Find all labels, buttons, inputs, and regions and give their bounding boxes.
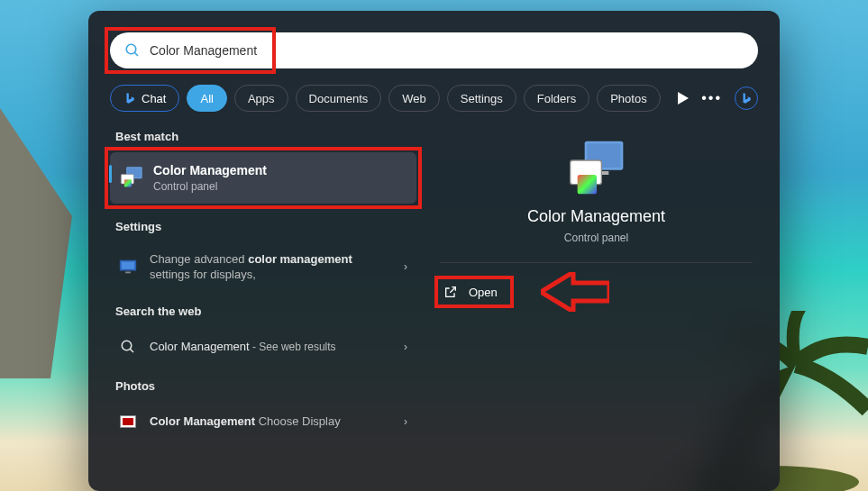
- search-icon: [124, 42, 141, 59]
- chevron-right-icon: ›: [404, 260, 407, 273]
- all-tab[interactable]: All: [187, 85, 226, 112]
- preview-pane: Color Management Control panel Open: [434, 130, 758, 491]
- bing-icon: [123, 92, 136, 105]
- photo-thumbnail-icon: [117, 411, 139, 432]
- web-result-item[interactable]: Color Management - See web results ›: [110, 327, 416, 367]
- web-label: Web: [402, 92, 426, 105]
- results-column: Best match Color Management Control pane…: [110, 130, 416, 491]
- chat-label: Chat: [142, 92, 166, 105]
- section-settings: Settings: [115, 220, 416, 233]
- photos-result-text: Color Management Choose Display: [150, 414, 409, 430]
- play-icon[interactable]: [678, 92, 689, 105]
- svg-line-2: [134, 52, 138, 56]
- web-tab[interactable]: Web: [388, 85, 440, 112]
- divider: [440, 262, 753, 263]
- more-icon[interactable]: •••: [701, 90, 722, 106]
- color-management-icon: [568, 139, 626, 196]
- bing-logo-icon: [740, 92, 753, 105]
- svg-rect-10: [125, 272, 131, 274]
- all-label: All: [200, 92, 213, 105]
- svg-rect-7: [124, 180, 132, 187]
- svg-rect-19: [577, 175, 596, 194]
- search-icon: [117, 336, 139, 358]
- settings-label: Settings: [461, 92, 503, 105]
- filter-tabs: Chat All Apps Documents Web Settings Fol…: [110, 85, 758, 112]
- settings-result-text: Change advanced color management setting…: [150, 251, 409, 283]
- best-match-subtitle: Control panel: [153, 180, 267, 193]
- folders-tab[interactable]: Folders: [524, 85, 589, 112]
- best-match-item[interactable]: Color Management Control panel: [110, 152, 416, 204]
- chevron-right-icon: ›: [404, 415, 407, 428]
- preview-subtitle: Control panel: [434, 232, 758, 244]
- section-best-match: Best match: [115, 130, 416, 143]
- section-photos: Photos: [115, 379, 416, 393]
- bing-chat-button[interactable]: [735, 86, 758, 110]
- color-management-icon: [119, 165, 144, 190]
- folders-label: Folders: [537, 92, 576, 105]
- best-match-title: Color Management: [153, 163, 267, 178]
- svg-point-1: [126, 44, 136, 54]
- documents-tab[interactable]: Documents: [296, 85, 382, 112]
- svg-point-11: [122, 341, 132, 350]
- start-search-panel: Chat All Apps Documents Web Settings Fol…: [88, 11, 780, 491]
- open-action[interactable]: Open: [434, 277, 758, 306]
- svg-rect-9: [122, 262, 135, 269]
- search-input[interactable]: [150, 43, 744, 58]
- selection-indicator: [109, 165, 112, 183]
- search-bar[interactable]: [110, 32, 758, 68]
- open-external-icon: [443, 285, 458, 299]
- photos-result-item[interactable]: Color Management Choose Display ›: [110, 402, 416, 441]
- settings-tab[interactable]: Settings: [447, 85, 516, 112]
- chevron-right-icon: ›: [404, 341, 407, 353]
- display-settings-icon: [117, 256, 139, 277]
- section-search-web: Search the web: [115, 305, 416, 318]
- preview-title: Color Management: [434, 207, 758, 226]
- web-result-text: Color Management - See web results: [150, 339, 409, 355]
- svg-line-12: [130, 349, 133, 352]
- photos-label: Photos: [610, 92, 646, 105]
- settings-result-item[interactable]: Change advanced color management setting…: [110, 242, 416, 292]
- chat-tab[interactable]: Chat: [110, 85, 179, 112]
- apps-tab[interactable]: Apps: [234, 85, 288, 112]
- documents-label: Documents: [309, 92, 369, 105]
- apps-label: Apps: [248, 92, 275, 105]
- photos-tab[interactable]: Photos: [597, 85, 660, 112]
- open-label: Open: [469, 286, 498, 299]
